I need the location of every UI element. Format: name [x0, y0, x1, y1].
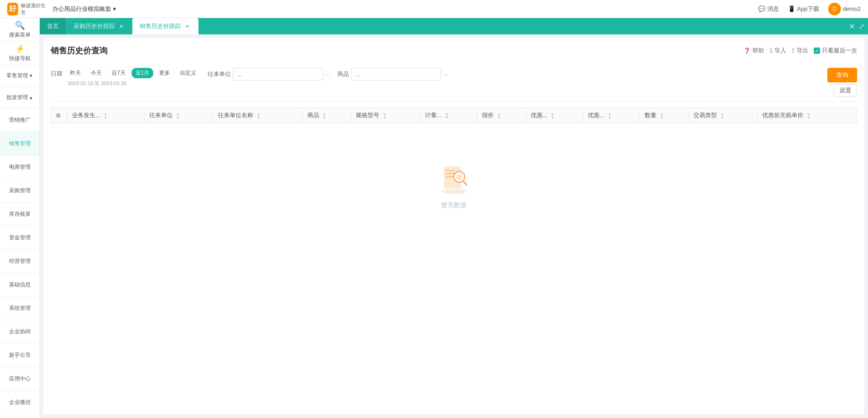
help-icon: ❓ — [743, 48, 750, 54]
sidebar-item-inventory-check[interactable]: 库存核算 — [0, 203, 39, 226]
sidebar-item-label: 企业协同 — [9, 328, 31, 336]
th-counterparty-name[interactable]: 往来单位名称 ▲▼ — [213, 108, 302, 124]
sidebar-item-operations-mgmt[interactable]: 经营管理 — [0, 250, 39, 273]
sidebar-item-sales-mgmt[interactable]: 销售管理 — [0, 132, 39, 156]
query-button[interactable]: 查询 — [827, 68, 857, 82]
table-settings-icon[interactable]: ⚙ — [56, 112, 61, 119]
sidebar-item-label: 库存核算 — [9, 210, 31, 218]
top-bar: 好 畅捷通好生意 办公用品行业模拟账套 ▾ 💬 消息 📱 App下载 D dem… — [0, 0, 868, 18]
app-download-button[interactable]: 📱 App下载 — [788, 5, 819, 13]
th-unit[interactable]: 计量... ▲▼ — [420, 108, 477, 124]
only-last-checkbox-label[interactable]: ✓ 只看最后一次 — [814, 47, 857, 55]
close-tab-btn[interactable]: ✕ — [849, 22, 855, 31]
sidebar-item-label: 新手引导 — [9, 352, 31, 359]
date-btn-last7days[interactable]: 近7天 — [108, 68, 130, 78]
sidebar-item-label: 搜索菜单 — [9, 31, 31, 39]
th-discount2[interactable]: 优惠... ▲▼ — [583, 108, 640, 124]
th-pre-tax-price[interactable]: 优惠前无税单价 ▲▼ — [758, 108, 857, 124]
tab-bar: 首页 采购历史价跟踪 ✕ 销售历史价跟踪 ✕ ✕ ⤢ — [40, 18, 868, 34]
empty-illustration — [436, 160, 472, 196]
tab-purchase-history[interactable]: 采购历史价跟踪 ✕ — [66, 18, 132, 34]
sidebar-item-wholesale-mgmt[interactable]: 批发管理 ▲ — [0, 87, 39, 109]
export-button[interactable]: ⤴ 导出 — [792, 47, 808, 55]
data-table: ⚙ 业务发生... ▲▼ 往来单位 ▲▼ 往来单位名称 ▲▼ — [51, 107, 857, 246]
th-discount1[interactable]: 优惠... ▲▼ — [526, 108, 583, 124]
product-input[interactable] — [351, 68, 441, 81]
sidebar-item-label: 零售管理 — [6, 72, 28, 80]
message-icon: 💬 — [758, 5, 765, 12]
sidebar-item-app-center[interactable]: 应用中心 — [0, 367, 39, 391]
user-menu[interactable]: D demo2 — [828, 3, 861, 15]
page-actions: ❓ 帮助 ⤵ 导入 ⤴ 导出 ✓ 只看最后一次 — [743, 47, 857, 55]
tab-sales-history[interactable]: 销售历史价跟踪 ✕ — [132, 18, 198, 34]
product-dots: ··· — [443, 71, 448, 78]
sidebar-item-label: 企业微信 — [9, 399, 31, 406]
filter-right: 查询 设置 — [827, 68, 857, 97]
date-range-text: 2023-02-18 至 2023-03-18 — [66, 80, 200, 87]
svg-point-0 — [441, 189, 467, 194]
date-btn-yesterday[interactable]: 昨天 — [66, 68, 85, 78]
sidebar-item-purchase-mgmt[interactable]: 采购管理 — [0, 179, 39, 203]
page-title: 销售历史价查询 — [51, 45, 108, 56]
date-filter-group: 日期 昨天 今天 近7天 近1月 更多 自定义 2023-02-18 至 202… — [51, 68, 200, 87]
app-selector[interactable]: 办公用品行业模拟账套 ▾ — [47, 5, 122, 13]
help-button[interactable]: ❓ 帮助 — [743, 47, 764, 55]
date-btn-last1month[interactable]: 近1月 — [132, 68, 154, 78]
sidebar-item-new-guide[interactable]: 新手引导 — [0, 344, 39, 367]
sidebar-item-marketing-promo[interactable]: 营销推广 — [0, 109, 39, 132]
page-header: 销售历史价查询 ❓ 帮助 ⤵ 导入 ⤴ 导出 ✓ 只看最后一次 — [51, 45, 857, 56]
date-btn-custom[interactable]: 自定义 — [176, 68, 200, 78]
sidebar-item-enterprise-collab[interactable]: 企业协同 — [0, 320, 39, 344]
tab-purchase-history-label: 采购历史价跟踪 — [74, 22, 115, 30]
sidebar-item-label: 基础信息 — [9, 281, 31, 289]
only-last-checkbox[interactable]: ✓ — [814, 48, 820, 54]
maximize-btn[interactable]: ⤢ — [859, 22, 864, 31]
date-options: 昨天 今天 近7天 近1月 更多 自定义 2023-02-18 至 2023-0… — [66, 68, 200, 87]
main-content: 销售历史价查询 ❓ 帮助 ⤵ 导入 ⤴ 导出 ✓ 只看最后一次 — [40, 34, 868, 418]
sidebar-item-quick-nav[interactable]: ⚡ 快捷导航 — [0, 42, 39, 65]
sidebar: 🔍 搜索菜单 ⚡ 快捷导航 零售管理 ▼ 批发管理 ▲ 营销推广 销售管理 电商… — [0, 18, 40, 418]
tab-sales-history-close[interactable]: ✕ — [184, 23, 191, 30]
sidebar-item-system-mgmt[interactable]: 系统管理 — [0, 297, 39, 320]
th-counterparty-code[interactable]: 往来单位 ▲▼ — [145, 108, 213, 124]
user-name: demo2 — [843, 5, 861, 12]
sidebar-item-finance-mgmt[interactable]: 资金管理 — [0, 226, 39, 250]
sidebar-item-enterprise-wechat[interactable]: 企业微信 — [0, 391, 39, 414]
sidebar-item-label: 快捷导航 — [9, 55, 31, 62]
settings-button[interactable]: 设置 — [834, 84, 857, 97]
import-button[interactable]: ⤵ 导入 — [769, 47, 786, 55]
th-settings: ⚙ — [51, 108, 67, 124]
th-quantity[interactable]: 数量 ▲▼ — [640, 108, 689, 124]
counterparty-input[interactable] — [233, 68, 323, 81]
th-spec[interactable]: 规格型号 ▲▼ — [351, 108, 420, 124]
tab-home[interactable]: 首页 — [40, 18, 66, 34]
sidebar-item-search-menu[interactable]: 🔍 搜索菜单 — [0, 18, 39, 42]
th-product[interactable]: 商品 ▲▼ — [302, 108, 351, 124]
sidebar-item-basic-info[interactable]: 基础信息 — [0, 273, 39, 297]
table-header: ⚙ 业务发生... ▲▼ 往来单位 ▲▼ 往来单位名称 ▲▼ — [51, 108, 857, 124]
date-filter-label: 日期 — [51, 68, 62, 78]
download-icon: 📱 — [788, 5, 795, 12]
help-label: 帮助 — [752, 47, 764, 55]
sidebar-item-retail-mgmt[interactable]: 零售管理 ▼ — [0, 65, 39, 87]
chevron-up-icon: ▲ — [29, 95, 33, 100]
export-icon: ⤴ — [792, 48, 795, 54]
tab-sales-history-label: 销售历史价跟踪 — [140, 22, 181, 30]
th-trade-type[interactable]: 交易类型 ▲▼ — [689, 108, 757, 124]
empty-row: 暂无数据 — [51, 124, 857, 246]
counterparty-label: 往来单位 — [208, 70, 231, 78]
date-btn-today[interactable]: 今天 — [87, 68, 106, 78]
only-last-label: 只看最后一次 — [822, 47, 857, 55]
sidebar-item-label: 电商管理 — [9, 163, 31, 171]
th-biz-date[interactable]: 业务发生... ▲▼ — [67, 108, 145, 124]
tab-purchase-history-close[interactable]: ✕ — [118, 23, 125, 30]
sidebar-item-label: 批发管理 — [6, 94, 28, 101]
date-btn-more[interactable]: 更多 — [155, 68, 174, 78]
logo: 好 畅捷通好生意 — [7, 2, 47, 15]
sidebar-item-label: 资金管理 — [9, 234, 31, 242]
sidebar-item-member[interactable]: 畅会员 — [0, 414, 39, 418]
sidebar-item-ecommerce-mgmt[interactable]: 电商管理 — [0, 156, 39, 179]
th-quoted-price[interactable]: 报价 ▲▼ — [477, 108, 526, 124]
table-body: 暂无数据 — [51, 124, 857, 246]
message-button[interactable]: 💬 消息 — [758, 5, 779, 13]
